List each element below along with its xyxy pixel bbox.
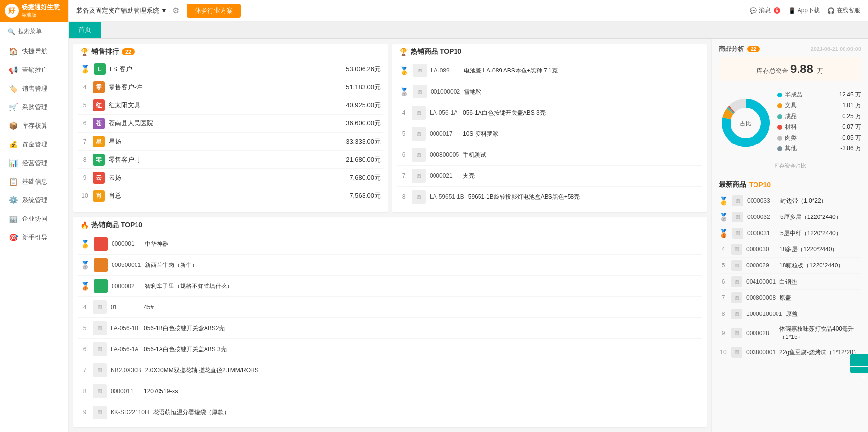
- newest-code: 0000028: [746, 330, 776, 336]
- newest-row: 7 图 000800008 原盖: [719, 290, 861, 306]
- customer-name: 零售客户-许: [109, 83, 342, 92]
- product-name: 智利车子里（规格不知道填什么）: [145, 282, 700, 290]
- enterprise-icon: 🏢: [8, 215, 18, 223]
- sidebar-item-inventory[interactable]: 📦 库存核算: [0, 117, 68, 135]
- sidebar-item-label: 系统管理: [22, 196, 47, 205]
- rank-number: 4: [80, 84, 89, 91]
- sidebar-item-operations[interactable]: 📊 经营管理: [0, 154, 68, 172]
- product-thumb: 图: [93, 300, 107, 314]
- medal-icon: 🥇: [399, 66, 409, 75]
- main-content: 装备及固定资产辅助管理系统 ▼ ⚙ 体验行业方案 💬 消息 6 📱 App下载 …: [69, 0, 868, 432]
- product-thumb: 图: [93, 342, 107, 356]
- sidebar-item-system[interactable]: ⚙️ 系统管理: [0, 191, 68, 210]
- sidebar-item-finance[interactable]: 💰 资金管理: [0, 135, 68, 154]
- page-body: 🏆 销售排行 22 🥇 L LS 客户 53,006.26元 4: [69, 39, 868, 432]
- product-code: LA-056-1A: [111, 346, 140, 353]
- sidebar-item-guide[interactable]: 🎯 新手引导: [0, 228, 68, 247]
- newest-label: 最新商品: [719, 180, 746, 189]
- system-icon: ⚙️: [8, 196, 18, 205]
- customer-amount: 33,333.00元: [346, 137, 381, 146]
- hot-products-right-card: 🏆 热销商品 TOP10 🥇 图 LA-089 电池盖 LA-089 ABS本色…: [392, 44, 707, 212]
- gear-icon[interactable]: ⚙: [172, 6, 179, 15]
- app-download-button[interactable]: 📱 App下载: [788, 6, 820, 15]
- inventory-section-header: 商品分析 22 2021-06-21 00:00:00: [719, 45, 861, 53]
- sidebar-item-quicknav[interactable]: 🏠 快捷导航: [0, 42, 68, 61]
- product-row: 4 图 LA-056-1A 056-1A白色按键开关盖ABS 3壳: [397, 102, 702, 123]
- rank-number: 6: [80, 346, 89, 353]
- newest-row: 9 图 0000028 体碗嘉枝味苏打饮品400毫升（1*15）: [719, 322, 861, 344]
- legend-item: 材料 0.07 万: [777, 123, 861, 131]
- product-row: 4 图 01 45#: [78, 297, 702, 318]
- medal-icon: 🥇: [80, 65, 90, 74]
- operations-icon: 📊: [8, 159, 18, 168]
- customer-name: 苍南县人民医院: [109, 119, 342, 128]
- customer-avatar: 云: [93, 172, 105, 184]
- newest-icon: 图: [731, 328, 742, 338]
- newest-name: 原盖: [786, 310, 861, 318]
- service-community-button[interactable]: 服务社区: [850, 360, 868, 366]
- newest-icon: 图: [731, 309, 742, 319]
- inventory-total-label: 库存总资金: [756, 67, 788, 74]
- legend-label: 其他: [785, 144, 838, 153]
- search-menu-label: 搜索菜单: [18, 27, 42, 36]
- sidebar-item-marketing[interactable]: 📢 营销推广: [0, 61, 68, 79]
- medal-icon: 🥉: [719, 229, 729, 238]
- newest-name: 22g鱼豆腐-烧烤味（1*12*20）: [779, 348, 861, 357]
- rank-number: 5: [80, 102, 89, 109]
- search-icon: 🔍: [8, 28, 15, 35]
- legend-value: 0.25 万: [842, 112, 861, 120]
- sidebar-item-sales[interactable]: 🏷️ 销售管理: [0, 79, 68, 98]
- newest-code: 0000033: [747, 197, 777, 204]
- hot-products-title: 热销商品 TOP10: [91, 221, 142, 230]
- product-code: NB2.0X30B: [111, 367, 141, 374]
- newest-icon: 图: [732, 228, 743, 239]
- rank-number: 10: [719, 349, 728, 356]
- customer-ranking-header: 🏆 销售排行 22: [73, 44, 388, 60]
- live-stream-button[interactable]: 直播: [850, 367, 868, 373]
- product-row: 5 图 0000017 10S 变料罗浆: [397, 123, 702, 144]
- newest-row: 🥇 图 0000033 封边带（1.0*22）: [719, 193, 861, 209]
- search-menu-button[interactable]: 🔍 搜索菜单: [5, 25, 63, 38]
- product-name: 夹壳: [463, 172, 700, 180]
- newest-icon: 图: [731, 244, 742, 255]
- customer-amount: 40,925.00元: [346, 101, 381, 110]
- customer-name: 红太阳文具: [109, 101, 342, 110]
- messages-button[interactable]: 💬 消息 6: [750, 6, 780, 15]
- product-name: 59651-1B旋转投影灯电池盒ABS黑色+58壳: [468, 193, 700, 201]
- product-thumb: 图: [412, 127, 426, 141]
- newest-name: 18颗粒板（1220*2440）: [779, 262, 861, 270]
- product-thumb: 图: [93, 406, 107, 419]
- sidebar-item-enterprise[interactable]: 🏢 企业协同: [0, 210, 68, 228]
- customer-name: 云扬: [109, 173, 345, 182]
- sidebar-item-purchase[interactable]: 🛒 采购管理: [0, 98, 68, 117]
- newest-products-title: 最新商品 TOP10: [719, 180, 861, 189]
- donut-chart: 占比: [719, 96, 773, 150]
- tab-home[interactable]: 首页: [69, 22, 101, 38]
- legend-dot: [777, 103, 782, 108]
- marketing-icon: 📢: [8, 66, 18, 74]
- inventory-caption: 库存资金占比: [719, 162, 861, 169]
- hot-products-right-title: 热销商品 TOP10: [411, 48, 461, 56]
- medal-icon: 🥇: [719, 196, 729, 206]
- rank-number: 7: [80, 138, 89, 145]
- system-selector[interactable]: 装备及固定资产辅助管理系统 ▼: [76, 6, 167, 15]
- customer-avatar: 苍: [93, 118, 105, 129]
- newest-row: 6 图 004100001 白钢垫: [719, 274, 861, 290]
- product-thumb: 图: [412, 190, 426, 204]
- donut-chart-wrapper: 占比 半成品 12.45 万 文具 1.01 万: [719, 86, 861, 160]
- logo-text: 畅捷通好生意 标准版: [22, 3, 60, 19]
- trial-button[interactable]: 体验行业方案: [187, 4, 241, 18]
- sidebar-item-basic-info[interactable]: 📋 基础信息: [0, 172, 68, 191]
- online-service-label: 在线客服: [837, 6, 860, 15]
- online-service-button[interactable]: 🎧 在线客服: [827, 6, 860, 15]
- customer-amount: 53,006.26元: [346, 65, 381, 73]
- app-download-label: App下载: [798, 6, 820, 15]
- customer-hotline-button[interactable]: 客服热线: [850, 354, 868, 360]
- product-code: 000800005: [430, 151, 459, 158]
- legend-label: 成品: [785, 112, 840, 120]
- legend-item: 成品 0.25 万: [777, 112, 861, 120]
- customer-row: 9 云 云扬 7,680.00元: [78, 169, 383, 187]
- product-name: 雪地靴: [464, 88, 700, 96]
- product-code: KK-SD22110H: [111, 409, 149, 416]
- sales-icon: 🏷️: [8, 84, 18, 93]
